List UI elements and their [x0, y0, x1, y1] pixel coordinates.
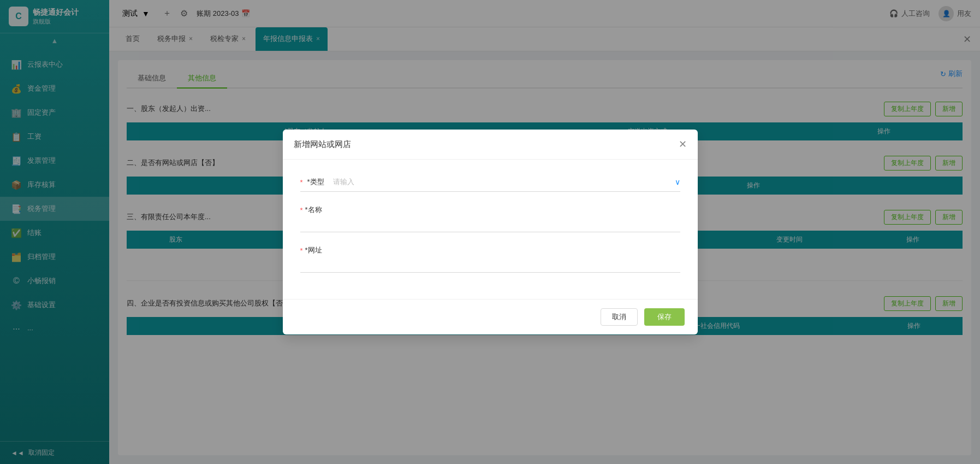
modal-header: 新增网站或网店 ✕ — [283, 130, 698, 160]
type-field-row: * *类型 请输入 ∨ — [300, 177, 680, 192]
url-field-row: * *网址 — [300, 245, 680, 273]
url-input[interactable] — [300, 260, 680, 268]
name-input[interactable] — [300, 219, 680, 227]
modal-title: 新增网站或网店 — [294, 139, 351, 150]
type-label: * — [300, 178, 303, 186]
name-required-mark: * — [300, 206, 303, 214]
cancel-button[interactable]: 取消 — [601, 308, 638, 326]
type-label-text: *类型 — [307, 177, 324, 187]
url-input-row — [300, 260, 680, 273]
select-arrow-icon: ∨ — [675, 178, 680, 186]
modal-dialog: 新增网站或网店 ✕ * *类型 请输入 ∨ * *名称 — [283, 130, 698, 334]
url-label: *网址 — [305, 245, 322, 255]
name-field-row: * *名称 — [300, 205, 680, 232]
type-placeholder: 请输入 — [333, 177, 354, 187]
name-label: *名称 — [305, 205, 322, 215]
name-input-row — [300, 219, 680, 232]
type-label-group: * *类型 请输入 — [300, 177, 354, 187]
url-required-mark: * — [300, 246, 303, 255]
modal-close-icon[interactable]: ✕ — [679, 138, 687, 150]
modal-footer: 取消 保存 — [283, 299, 698, 334]
save-button[interactable]: 保存 — [644, 308, 685, 326]
modal-overlay[interactable]: 新增网站或网店 ✕ * *类型 请输入 ∨ * *名称 — [0, 0, 980, 464]
type-select[interactable]: * *类型 请输入 ∨ — [300, 177, 680, 192]
modal-body: * *类型 请输入 ∨ * *名称 — [283, 160, 698, 299]
